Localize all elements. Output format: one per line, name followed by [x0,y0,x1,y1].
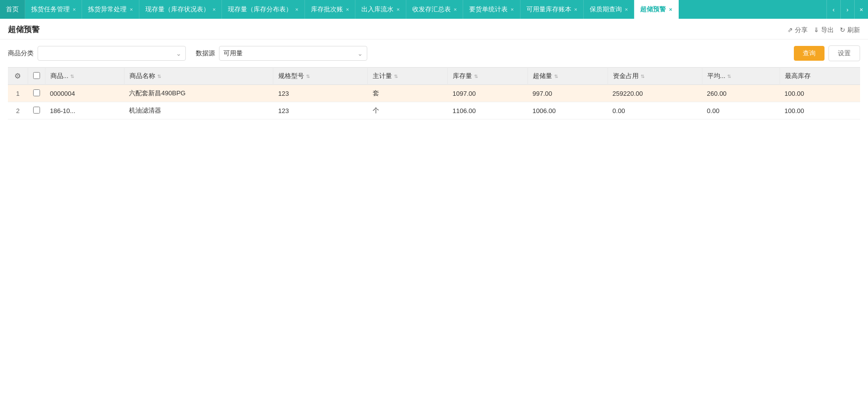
close-inventory-status[interactable]: × [213,6,216,12]
sort-overstock-icon: ⇅ [554,74,558,79]
close-order-stats[interactable]: × [511,6,514,12]
sort-spec-icon: ⇅ [306,74,310,79]
nav-inventory-status[interactable]: 现存量（库存状况表） × [139,0,222,19]
category-label: 商品分类 [8,49,34,58]
table-row: 1 0000004 六配套新昌490BPG 123 套 1097.00 997.… [8,85,860,102]
close-batch-account[interactable]: × [346,6,349,12]
settings-gear-icon[interactable]: ⚙ [14,72,21,80]
nav-home[interactable]: 首页 [0,0,25,19]
nav-arrow-left[interactable]: ‹ [826,0,840,19]
datasource-label: 数据源 [196,49,215,58]
row-code: 0000004 [45,85,124,102]
page-title: 超储预警 [8,25,40,35]
query-button[interactable]: 查询 [794,46,825,61]
th-stock[interactable]: 库存量 ⇅ [448,68,528,85]
row-code: 186-10... [45,102,124,119]
category-select[interactable]: ⌄ [38,46,186,61]
row-avg: 260.00 [702,85,780,102]
row-avg: 0.00 [702,102,780,119]
nav-arrow-right[interactable]: › [840,0,854,19]
row-max-stock: 100.00 [780,102,860,119]
th-overstock[interactable]: 超储量 ⇅ [527,68,608,85]
row-checkbox-0[interactable] [33,89,40,96]
header-actions: ⇗ 分享 ⇓ 导出 ↻ 刷新 [787,26,860,35]
th-name[interactable]: 商品名称 ⇅ [124,68,273,85]
sort-capital-icon: ⇅ [641,74,645,79]
row-unit: 套 [368,85,448,102]
export-icon: ⇓ [814,26,819,34]
row-capital: 0.00 [608,102,702,119]
nav-abnormal[interactable]: 拣货异常处理 × [82,0,139,19]
close-available-account[interactable]: × [574,6,577,12]
table-header-row: ⚙ 商品... ⇅ 商品名称 ⇅ [8,68,860,85]
row-overstock: 1006.00 [527,102,608,119]
row-checkbox-cell [28,85,45,102]
page-content: 超储预警 ⇗ 分享 ⇓ 导出 ↻ 刷新 商品分类 ⌄ 数据源 [0,19,868,395]
nav-quality-check[interactable]: 保质期查询 × [584,0,634,19]
settings-button[interactable]: 设置 [828,45,860,61]
nav-overstock-warning[interactable]: 超储预警 × [634,0,678,19]
row-num: 1 [8,85,28,102]
nav-inout-flow[interactable]: 出入库流水 × [355,0,406,19]
table-row: 2 186-10... 机油滤清器 123 个 1106.00 1006.00 … [8,102,860,119]
page-header: 超储预警 ⇗ 分享 ⇓ 导出 ↻ 刷新 [0,19,868,40]
row-name: 六配套新昌490BPG [124,85,273,102]
sort-stock-icon: ⇅ [474,74,478,79]
row-max-stock: 100.00 [780,85,860,102]
datasource-chevron-icon: ⌄ [357,50,363,57]
close-overstock-warning[interactable]: × [669,6,672,12]
th-checkbox [28,68,45,85]
close-inout-flow[interactable]: × [396,6,399,12]
th-avg[interactable]: 平均... ⇅ [702,68,780,85]
row-overstock: 997.00 [527,85,608,102]
nav-task-mgmt[interactable]: 拣货任务管理 × [25,0,82,19]
th-max[interactable]: 最高库存 [780,68,860,85]
close-task-mgmt[interactable]: × [73,6,76,12]
th-spec[interactable]: 规格型号 ⇅ [273,68,368,85]
th-capital[interactable]: 资金占用 ⇅ [608,68,702,85]
category-chevron-icon: ⌄ [176,50,181,57]
nav-inventory-dist[interactable]: 现存量（库存分布表） × [222,0,304,19]
close-quality-check[interactable]: × [625,6,628,12]
sort-unit-icon: ⇅ [394,74,398,79]
sort-avg-icon: ⇅ [727,74,731,79]
datasource-select[interactable]: 可用量 ⌄ [219,46,367,61]
table-wrapper: ⚙ 商品... ⇅ 商品名称 ⇅ [0,67,868,119]
row-name: 机油滤清器 [124,102,273,119]
row-checkbox-cell [28,102,45,119]
datasource-filter-group: 数据源 可用量 ⌄ [196,46,367,61]
datasource-value: 可用量 [223,49,243,58]
nav-arrows: ‹ › × [826,0,868,19]
select-all-checkbox[interactable] [33,72,40,79]
th-settings: ⚙ [8,68,28,85]
th-code[interactable]: 商品... ⇅ [45,68,124,85]
nav-order-stats[interactable]: 要货单统计表 × [463,0,520,19]
close-abnormal[interactable]: × [130,6,132,12]
row-stock: 1097.00 [448,85,528,102]
row-unit: 个 [368,102,448,119]
refresh-button[interactable]: ↻ 刷新 [840,26,860,35]
nav-batch-account[interactable]: 库存批次账 × [305,0,355,19]
close-inventory-dist[interactable]: × [295,6,298,12]
sort-code-icon: ⇅ [70,74,74,79]
row-stock: 1106.00 [448,102,528,119]
close-collect-send[interactable]: × [454,6,457,12]
nav-available-account[interactable]: 可用量库存账本 × [521,0,584,19]
sort-name-icon: ⇅ [157,74,161,79]
nav-arrow-close[interactable]: × [854,0,868,19]
top-nav: 首页 拣货任务管理 × 拣货异常处理 × 现存量（库存状况表） × 现存量（库存… [0,0,868,19]
row-spec: 123 [273,85,368,102]
row-checkbox-1[interactable] [33,107,40,114]
filter-row: 商品分类 ⌄ 数据源 可用量 ⌄ 查询 设置 [0,40,868,67]
category-filter-group: 商品分类 ⌄ [8,46,186,61]
export-button[interactable]: ⇓ 导出 [814,26,834,35]
th-unit[interactable]: 主计量 ⇅ [368,68,448,85]
row-spec: 123 [273,102,368,119]
data-table: ⚙ 商品... ⇅ 商品名称 ⇅ [8,67,860,119]
table-body: 1 0000004 六配套新昌490BPG 123 套 1097.00 997.… [8,85,860,119]
row-num: 2 [8,102,28,119]
share-icon: ⇗ [787,26,793,34]
row-capital: 259220.00 [608,85,702,102]
nav-collect-send[interactable]: 收发存汇总表 × [406,0,463,19]
share-button[interactable]: ⇗ 分享 [787,26,808,35]
